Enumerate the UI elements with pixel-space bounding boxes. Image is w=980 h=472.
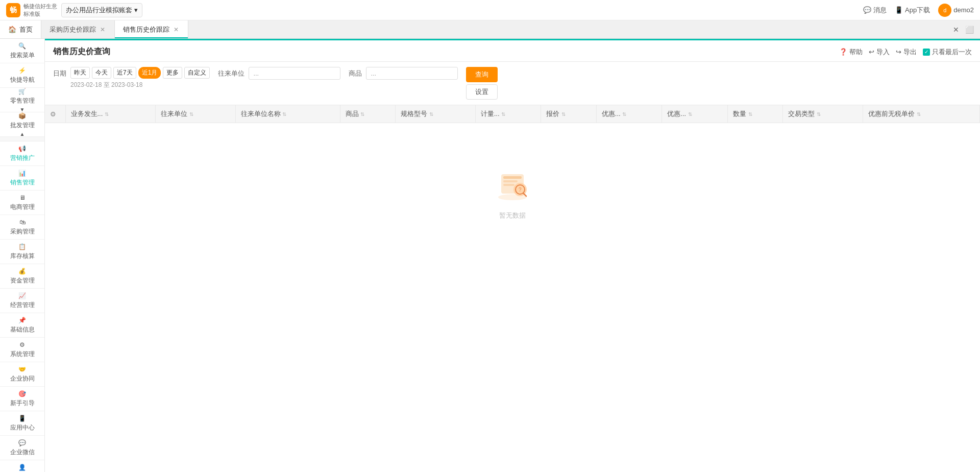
customer-filter-group: 往来单位 ... (218, 67, 340, 80)
sort-arrows-partner-name: ⇅ (282, 111, 286, 117)
topbar-right: 💬 消息 📱 App下载 d demo2 (863, 4, 974, 17)
tab-sales[interactable]: 销售历史价跟踪 ✕ (115, 20, 188, 38)
sidebar-item-search[interactable]: 🔍 搜索菜单 (0, 39, 44, 63)
sidebar-item-shortcut[interactable]: ⚡ 快捷导航 (0, 63, 44, 88)
sidebar-item-basic[interactable]: 📌 基础信息 (0, 313, 44, 338)
th-pre-tax-price[interactable]: 优惠前无税单价 ⇅ (863, 105, 980, 123)
date-filter-group: 日期 昨天 今天 近7天 近1月 更多 自定义 2023-02-18 至 202… (53, 67, 210, 89)
sidebar-item-ecommerce[interactable]: 🖥 电商管理 (0, 191, 44, 215)
export-button[interactable]: ↪ 导出 (896, 48, 917, 57)
only-last-checkbox[interactable]: ✓ 只看最后一次 (923, 48, 972, 57)
svg-rect-2 (503, 176, 522, 179)
settings-button[interactable]: 设置 (466, 84, 498, 100)
topbar: 畅 畅捷信好生意 标准版 办公用品行业模拟账套 ▾ 💬 消息 📱 App下载 d… (0, 0, 980, 20)
help-button[interactable]: ❓ 帮助 (839, 48, 863, 57)
content-area: 销售历史价查询 ❓ 帮助 ↩ 导入 ↪ 导出 ✓ (45, 39, 980, 472)
sort-arrows-discount2: ⇅ (688, 111, 692, 117)
th-unit[interactable]: 计量... ⇅ (475, 105, 541, 123)
table-area: ⚙ 业务发生... ⇅ 往来单位 ⇅ 往来单位名称 (45, 105, 980, 472)
sort-arrows-partner-code: ⇅ (189, 111, 193, 117)
date-btn-yesterday[interactable]: 昨天 (70, 67, 90, 79)
operations-icon: 📈 (18, 292, 26, 299)
table-header-row: ⚙ 业务发生... ⇅ 往来单位 ⇅ 往来单位名称 (45, 105, 980, 123)
th-biz-date[interactable]: 业务发生... ⇅ (65, 105, 156, 123)
download-icon: 📱 (895, 6, 903, 14)
th-quantity[interactable]: 数量 ⇅ (727, 105, 783, 123)
empty-state: ? 暂无数据 (45, 123, 980, 261)
user-avatar-area[interactable]: d demo2 (938, 4, 974, 17)
th-trade-type[interactable]: 交易类型 ⇅ (783, 105, 863, 123)
sidebar-item-retail[interactable]: 🛒 零售管理 ▼ (0, 88, 44, 112)
svg-rect-4 (503, 184, 514, 186)
retail-icon: 🛒 (18, 88, 26, 95)
marketing-icon: 📢 (18, 145, 26, 152)
date-btn-custom[interactable]: 自定义 (184, 67, 210, 79)
app-selector[interactable]: 办公用品行业模拟账套 ▾ (61, 3, 142, 17)
shortcut-icon: ⚡ (18, 67, 26, 74)
sort-arrows-quantity: ⇅ (748, 111, 752, 117)
sidebar-item-purchase[interactable]: 🛍 采购管理 (0, 215, 44, 240)
sidebar-item-system[interactable]: ⚙ 系统管理 (0, 338, 44, 362)
import-button[interactable]: ↩ 导入 (869, 48, 890, 57)
empty-illustration: ? (492, 164, 533, 205)
maximize-tab-action[interactable]: ⬜ (963, 23, 976, 36)
tab-purchase[interactable]: 采购历史价跟踪 ✕ (41, 20, 115, 38)
sidebar-item-newbie[interactable]: 🎯 新手引导 (0, 387, 44, 411)
tab-purchase-close[interactable]: ✕ (99, 25, 106, 34)
date-btn-7days[interactable]: 近7天 (113, 67, 136, 79)
settings-gear-icon[interactable]: ⚙ (50, 110, 56, 118)
sort-arrows-pre-tax-price: ⇅ (917, 111, 921, 117)
message-button[interactable]: 💬 消息 (863, 6, 887, 15)
home-icon: 🏠 (8, 26, 16, 33)
sidebar-item-member[interactable]: 👤 畅会员 (0, 460, 44, 472)
sidebar-item-inventory[interactable]: 📋 库存核算 (0, 240, 44, 264)
sidebar-item-finance[interactable]: 💰 资金管理 (0, 264, 44, 289)
product-filter-input[interactable]: ... (366, 67, 458, 80)
topbar-left: 畅 畅捷信好生意 标准版 办公用品行业模拟账套 ▾ (6, 3, 142, 17)
action-buttons: 查询 设置 (466, 67, 498, 100)
filter-area: 日期 昨天 今天 近7天 近1月 更多 自定义 2023-02-18 至 202… (45, 62, 980, 105)
expand-icon: ▲ (20, 131, 25, 137)
app-download-button[interactable]: 📱 App下载 (895, 6, 930, 15)
sidebar-item-enterprise[interactable]: 🤝 企业协同 (0, 362, 44, 387)
sidebar-item-operations[interactable]: 📈 经营管理 (0, 289, 44, 313)
th-discount1[interactable]: 优惠... ⇅ (596, 105, 662, 123)
close-tab-action[interactable]: ✕ (951, 23, 961, 36)
system-icon: ⚙ (19, 341, 25, 348)
sort-arrows-spec: ⇅ (429, 111, 433, 117)
sidebar-item-app-center[interactable]: 📱 应用中心 (0, 411, 44, 436)
table-header: ⚙ 业务发生... ⇅ 往来单位 ⇅ 往来单位名称 (45, 105, 980, 123)
th-partner-code[interactable]: 往来单位 ⇅ (156, 105, 236, 123)
enterprise-wx-icon: 💬 (18, 439, 26, 446)
ecommerce-icon: 🖥 (19, 194, 26, 201)
date-buttons: 昨天 今天 近7天 近1月 更多 自定义 2023-02-18 至 2023-0… (70, 67, 210, 89)
sidebar-item-sales-mgmt[interactable]: 📊 销售管理 (0, 166, 44, 191)
product-filter-label: 商品 (349, 69, 362, 78)
app-center-icon: 📱 (18, 415, 26, 422)
enterprise-icon: 🤝 (18, 366, 26, 373)
tab-sales-close[interactable]: ✕ (173, 25, 180, 34)
th-quoted-price[interactable]: 报价 ⇅ (541, 105, 597, 123)
sidebar: 🔍 搜索菜单 ⚡ 快捷导航 🛒 零售管理 ▼ 📦 批发管理 ▲ 📢 营销推广 📊… (0, 39, 45, 472)
date-row1: 昨天 今天 近7天 近1月 更多 自定义 (70, 67, 210, 79)
sidebar-item-wholesale[interactable]: 📦 批发管理 ▲ (0, 112, 44, 137)
help-icon: ❓ (839, 48, 847, 56)
sidebar-item-marketing[interactable]: 📢 营销推广 (0, 141, 44, 166)
th-spec[interactable]: 规格型号 ⇅ (396, 105, 476, 123)
page-header: 销售历史价查询 ❓ 帮助 ↩ 导入 ↪ 导出 ✓ (45, 40, 980, 62)
date-btn-more[interactable]: 更多 (163, 67, 182, 79)
date-filter-label: 日期 (53, 69, 66, 78)
logo-icon: 畅 (6, 3, 20, 17)
th-discount2[interactable]: 优惠... ⇅ (662, 105, 728, 123)
th-product[interactable]: 商品 ⇅ (340, 105, 396, 123)
th-partner-name[interactable]: 往来单位名称 ⇅ (235, 105, 340, 123)
sidebar-item-enterprise-wx[interactable]: 💬 企业微信 (0, 436, 44, 460)
tab-home[interactable]: 🏠 首页 (0, 20, 41, 38)
data-table: ⚙ 业务发生... ⇅ 往来单位 ⇅ 往来单位名称 (45, 105, 980, 123)
sales-mgmt-icon: 📊 (18, 170, 26, 177)
query-button[interactable]: 查询 (466, 67, 498, 82)
customer-filter-input[interactable]: ... (249, 67, 340, 80)
sort-arrows-biz-date: ⇅ (105, 111, 109, 117)
date-btn-today[interactable]: 今天 (92, 67, 111, 79)
date-btn-1month[interactable]: 近1月 (138, 67, 161, 79)
